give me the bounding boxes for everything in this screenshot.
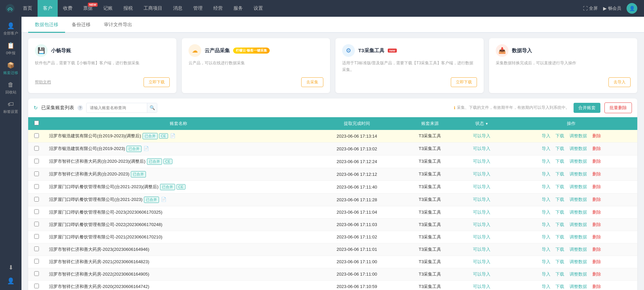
row-checkbox[interactable] <box>34 209 39 214</box>
delete-btn[interactable]: 删除 <box>592 234 601 239</box>
nav-item-charge[interactable]: 收费 <box>58 0 78 17</box>
import-btn[interactable]: 导入 <box>542 234 550 239</box>
nav-item-invoice[interactable]: 票据 NEW <box>78 0 98 17</box>
download-btn[interactable]: 下载 <box>555 210 564 215</box>
tab-backup-migration[interactable]: 备份迁移 <box>65 18 97 33</box>
import-btn[interactable]: 导入 <box>542 272 550 277</box>
nav-item-operation[interactable]: 经营 <box>208 0 228 17</box>
adjust-data-btn[interactable]: 调整数据 <box>570 159 587 164</box>
download-btn[interactable]: 下载 <box>555 272 564 277</box>
import-btn[interactable]: 导入 <box>542 133 550 138</box>
merge-account-btn[interactable]: 合并账套 <box>574 103 600 113</box>
nav-item-management[interactable]: 管理 <box>188 0 208 17</box>
import-btn[interactable]: 导入 <box>542 184 550 189</box>
delete-btn[interactable]: 删除 <box>592 259 601 264</box>
help-doc-link[interactable]: 帮助文档 <box>35 79 51 85</box>
delete-btn[interactable]: 删除 <box>592 210 601 215</box>
download-btn[interactable]: 下载 <box>555 197 564 202</box>
adjust-data-btn[interactable]: 调整数据 <box>570 197 587 202</box>
delete-btn[interactable]: 删除 <box>592 159 601 164</box>
adjust-data-btn[interactable]: 调整数据 <box>570 272 587 277</box>
nav-item-bizproject[interactable]: 工商项目 <box>138 0 168 17</box>
adjust-data-btn[interactable]: 调整数据 <box>570 133 587 138</box>
download-btn[interactable]: 下载 <box>555 146 564 151</box>
delete-btn[interactable]: 删除 <box>592 184 601 189</box>
download-now-btn[interactable]: 立即下载 <box>144 77 170 87</box>
adjust-data-btn[interactable]: 调整数据 <box>570 184 587 189</box>
adjust-data-btn[interactable]: 调整数据 <box>570 259 587 264</box>
nav-item-settings[interactable]: 设置 <box>248 0 268 17</box>
adjust-data-btn[interactable]: 调整数据 <box>570 247 587 252</box>
search-input[interactable] <box>87 105 147 110</box>
download-btn[interactable]: 下载 <box>555 171 564 176</box>
download-btn[interactable]: 下载 <box>555 159 564 164</box>
row-checkbox[interactable] <box>34 159 39 163</box>
import-btn[interactable]: 导入 <box>542 171 550 176</box>
row-checkbox[interactable] <box>34 246 39 251</box>
sidebar-item-tag-settings[interactable]: 🏷 标签设置 <box>1 98 20 117</box>
delete-btn[interactable]: 删除 <box>592 197 601 202</box>
nav-item-tax[interactable]: 报税 <box>118 0 138 17</box>
row-checkbox[interactable] <box>34 234 39 239</box>
adjust-data-btn[interactable]: 调整数据 <box>570 171 587 176</box>
delete-btn[interactable]: 删除 <box>592 284 601 289</box>
sidebar-item-recycle[interactable]: 🗑 回收站 <box>1 79 20 97</box>
go-import-btn[interactable]: 去导入 <box>608 77 631 87</box>
nav-item-bookkeeping[interactable]: 记账 <box>98 0 118 17</box>
adjust-data-btn[interactable]: 调整数据 <box>570 284 587 289</box>
refresh-icon[interactable]: ↻ <box>34 105 38 111</box>
adjust-data-btn[interactable]: 调整数据 <box>570 222 587 227</box>
row-checkbox[interactable] <box>34 271 39 276</box>
delete-btn[interactable]: 删除 <box>592 247 601 252</box>
download-btn[interactable]: 下载 <box>555 184 564 189</box>
row-checkbox[interactable] <box>34 259 39 264</box>
nav-item-customer[interactable]: 客户 <box>38 0 58 17</box>
delete-btn[interactable]: 删除 <box>592 133 601 138</box>
nav-logo[interactable] <box>3 0 17 17</box>
download-btn[interactable]: 下载 <box>555 284 564 289</box>
t3-download-btn[interactable]: 立即下载 <box>451 77 477 87</box>
import-btn[interactable]: 导入 <box>542 284 550 289</box>
import-btn[interactable]: 导入 <box>542 222 550 227</box>
delete-btn[interactable]: 删除 <box>592 171 601 176</box>
download-btn[interactable]: 下载 <box>555 222 564 227</box>
search-btn[interactable]: 🔍 <box>147 103 157 113</box>
import-btn[interactable]: 导入 <box>542 197 550 202</box>
nav-item-home[interactable]: 首页 <box>17 0 38 17</box>
nav-item-service[interactable]: 服务 <box>228 0 248 17</box>
delete-btn[interactable]: 删除 <box>592 222 601 227</box>
select-all-checkbox[interactable] <box>34 121 39 125</box>
import-btn[interactable]: 导入 <box>542 210 550 215</box>
member-btn[interactable]: ▶ 畅会员 <box>603 5 621 11</box>
fullscreen-btn[interactable]: ⛶ 全屏 <box>583 5 598 11</box>
sidebar-user-btn[interactable]: 👤 <box>1 275 20 287</box>
nav-avatar[interactable]: 👤 <box>627 3 637 14</box>
download-btn[interactable]: 下载 <box>555 247 564 252</box>
row-checkbox[interactable] <box>34 284 39 288</box>
import-btn[interactable]: 导入 <box>542 159 550 164</box>
delete-btn[interactable]: 删除 <box>592 272 601 277</box>
col-status[interactable]: 状态 ▼ <box>458 117 505 130</box>
row-checkbox[interactable] <box>34 222 39 226</box>
download-btn[interactable]: 下载 <box>555 259 564 264</box>
adjust-data-btn[interactable]: 调整数据 <box>570 234 587 239</box>
tab-data-migration[interactable]: 数据包迁移 <box>28 18 65 33</box>
row-checkbox[interactable] <box>34 171 39 176</box>
download-btn[interactable]: 下载 <box>555 234 564 239</box>
row-checkbox[interactable] <box>34 133 39 138</box>
delete-btn[interactable]: 删除 <box>592 146 601 151</box>
adjust-data-btn[interactable]: 调整数据 <box>570 146 587 151</box>
row-checkbox[interactable] <box>34 184 39 189</box>
info-icon[interactable]: ? <box>77 105 83 111</box>
download-btn[interactable]: 下载 <box>555 133 564 138</box>
batch-delete-btn[interactable]: 批量删除 <box>604 102 632 113</box>
sidebar-item-zero-report[interactable]: 📋 0申报 <box>1 39 20 58</box>
adjust-data-btn[interactable]: 调整数据 <box>570 210 587 215</box>
import-btn[interactable]: 导入 <box>542 247 550 252</box>
tab-audit-export[interactable]: 审计文件导出 <box>97 18 139 33</box>
sidebar-item-all-customer[interactable]: 👤 全部客户 <box>1 19 20 39</box>
sidebar-item-account-migration[interactable]: 📦 账套迁移 <box>1 59 20 78</box>
import-btn[interactable]: 导入 <box>542 146 550 151</box>
row-checkbox[interactable] <box>34 197 39 202</box>
go-collect-btn[interactable]: 去采集 <box>301 77 323 87</box>
